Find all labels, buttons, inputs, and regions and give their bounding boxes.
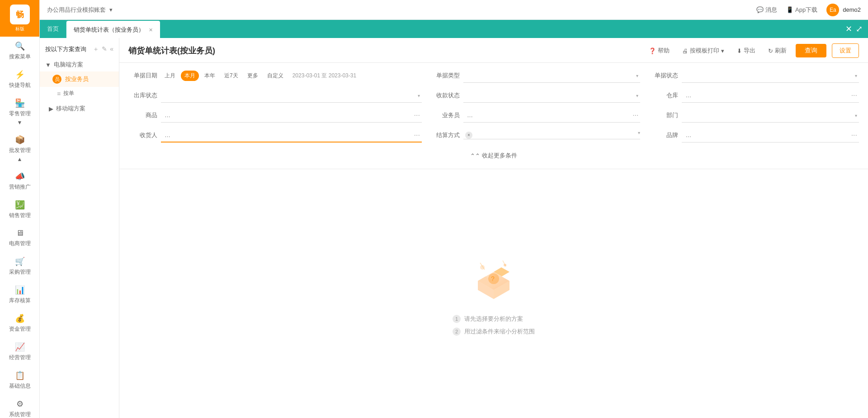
settings-button[interactable]: 设置 — [832, 43, 859, 58]
date-tab-this-year[interactable]: 本年 — [201, 71, 219, 81]
product-input[interactable] — [161, 108, 422, 123]
step1-num: 1 — [453, 315, 461, 323]
desktop-group-header[interactable]: ▼ 电脑端方案 — [40, 58, 119, 71]
template-print-label: 按模板打印 — [690, 47, 719, 55]
sidebar-quicknav[interactable]: ⚡ 快捷导航 — [0, 65, 39, 94]
tab-sales-stats[interactable]: 销货单统计表（按业务员） ✕ — [66, 21, 160, 39]
doc-type-select[interactable] — [463, 68, 641, 83]
date-tab-more[interactable]: 更多 — [244, 71, 262, 81]
department-select[interactable] — [682, 108, 859, 123]
collapse-btn[interactable]: ⌃⌃ 收起更多条件 — [467, 148, 521, 163]
date-filter: 上月 本月 本年 近7天 更多 自定义 2023-03-01 至 2023-03… — [161, 71, 422, 81]
message-icon: 💬 — [756, 6, 764, 13]
sidebar-item-purchase[interactable]: 🛒 采购管理 — [0, 252, 39, 280]
date-tab-custom[interactable]: 自定义 — [264, 71, 287, 81]
staff-label: 业务员 — [431, 111, 463, 119]
sidebar-ecommerce-label: 电商管理 — [9, 240, 31, 247]
sidebar-item-ecommerce[interactable]: 🖥 电商管理 — [0, 224, 39, 252]
tab-maximize-icon[interactable]: ⤢ — [856, 24, 863, 34]
solution-item-by-staff[interactable]: 员 按业务员 — [40, 71, 119, 87]
date-tab-last-month[interactable]: 上月 — [161, 71, 179, 81]
sidebar-item-basic[interactable]: 📋 基础信息 — [0, 366, 39, 394]
tab-home[interactable]: 首页 — [40, 20, 66, 38]
query-button[interactable]: 查询 — [796, 44, 826, 57]
by-order-label: 按单 — [63, 90, 74, 97]
payment-tag-close[interactable]: × — [465, 132, 472, 139]
export-btn[interactable]: ⬇ 导出 — [733, 45, 759, 57]
sidebar-marketing-label: 营销推广 — [9, 183, 31, 191]
staff-dots[interactable]: ··· — [631, 111, 640, 119]
help-label: 帮助 — [658, 47, 670, 55]
sidebar-operations-label: 经营管理 — [9, 354, 31, 361]
step2-text: 用过滤条件来缩小分析范围 — [464, 328, 535, 336]
collapse-btn-label: 收起更多条件 — [482, 152, 517, 160]
sidebar-item-operations[interactable]: 📈 经营管理 — [0, 337, 39, 366]
filter-row-2: 出库状态 ▾ 收款状态 ▾ — [128, 88, 859, 103]
staff-input[interactable] — [463, 108, 641, 123]
message-btn[interactable]: 💬 消息 — [756, 6, 777, 14]
date-tab-last7[interactable]: 近7天 — [221, 71, 242, 81]
breadcrumb-dropdown[interactable]: ▾ — [109, 6, 113, 13]
print-icon: 🖨 — [682, 48, 688, 54]
filter-receipt-status: 收款状态 ▾ — [431, 88, 641, 103]
page-actions: ❓ 帮助 🖨 按模板打印 ▾ ⬇ 导出 ↻ — [645, 43, 859, 58]
refresh-btn[interactable]: ↻ 刷新 — [764, 45, 790, 57]
wholesale-arrow: ▲ — [17, 156, 23, 162]
doc-status-label: 单据状态 — [649, 71, 682, 80]
warehouse-control: ··· — [682, 88, 859, 103]
brand-dots[interactable]: ··· — [849, 131, 859, 139]
receipt-status-select[interactable] — [463, 88, 641, 103]
sidebar-item-system[interactable]: ⚙ 系统管理 — [0, 394, 39, 418]
sidebar-system-label: 系统管理 — [9, 411, 31, 418]
template-print-btn[interactable]: 🖨 按模板打印 ▾ — [679, 45, 728, 57]
collapse-panel-icon[interactable]: « — [110, 45, 113, 53]
brand-input[interactable] — [682, 128, 859, 142]
sidebar-item-finance[interactable]: 💰 资金管理 — [0, 309, 39, 337]
operations-icon: 📈 — [15, 342, 25, 352]
date-tab-this-month[interactable]: 本月 — [181, 71, 199, 81]
recipient-dots[interactable]: ··· — [412, 131, 422, 139]
ship-status-select[interactable] — [161, 88, 422, 103]
filter-product: 商品 ··· — [128, 108, 422, 123]
warehouse-dots[interactable]: ··· — [849, 91, 859, 100]
date-label: 单据日期 — [128, 71, 161, 80]
mobile-group-header[interactable]: ▶ 移动端方案 — [40, 102, 119, 115]
sidebar-item-inventory[interactable]: 📊 库存核算 — [0, 280, 39, 309]
empty-step-1: 1 请先选择要分析的方案 — [453, 315, 535, 323]
doc-status-select[interactable] — [682, 68, 859, 83]
product-control: ··· — [161, 108, 422, 123]
tab-bar-actions: ✕ ⤢ — [845, 24, 868, 34]
sidebar-item-marketing[interactable]: 📣 营销推广 — [0, 167, 39, 195]
basic-icon: 📋 — [15, 370, 25, 380]
avatar: Ea — [826, 4, 839, 16]
ship-status-control: ▾ — [161, 88, 422, 103]
tab-close-icon[interactable]: ✕ — [149, 27, 153, 33]
receipt-status-control: ▾ — [463, 88, 641, 103]
warehouse-input[interactable] — [682, 88, 859, 103]
content-area: 按以下方案查询 ＋ ✎ « ▼ 电脑端方案 员 按业务员 — [40, 38, 868, 418]
app-download-btn[interactable]: 📱 App下载 — [786, 6, 817, 14]
edit-solution-icon[interactable]: ✎ — [102, 45, 107, 53]
add-solution-icon[interactable]: ＋ — [93, 45, 99, 53]
recipient-control: ··· — [161, 128, 422, 142]
step1-text: 请先选择要分析的方案 — [464, 315, 523, 323]
help-btn[interactable]: ❓ 帮助 — [645, 45, 673, 57]
sidebar-item-wholesale[interactable]: 📦 批发管理 ▲ — [0, 130, 39, 167]
sidebar-basic-label: 基础信息 — [9, 382, 31, 390]
sidebar-purchase-label: 采购管理 — [9, 268, 31, 276]
by-staff-icon: 员 — [52, 75, 61, 84]
page-header: 销货单统计表(按业务员) ❓ 帮助 🖨 按模板打印 ▾ ⬇ — [119, 38, 868, 63]
left-panel-header: 按以下方案查询 ＋ ✎ « — [40, 43, 119, 56]
sidebar-search[interactable]: 🔍 搜索菜单 — [0, 37, 39, 65]
recipient-input[interactable] — [161, 128, 422, 142]
sidebar-item-sales[interactable]: 💹 销售管理 — [0, 195, 39, 224]
sidebar-item-retail[interactable]: 🏪 零售管理 ▼ — [0, 94, 39, 130]
solution-sub-item-by-order[interactable]: ≡ 按单 — [40, 87, 119, 100]
product-dots[interactable]: ··· — [412, 111, 422, 119]
filter-area: 单据日期 上月 本月 本年 近7天 更多 自定义 — [119, 63, 868, 169]
date-range-display: 2023-03-01 至 2023-03-31 — [292, 72, 356, 80]
filter-brand: 品牌 ··· — [649, 128, 859, 142]
user-profile[interactable]: Ea demo2 — [826, 4, 861, 16]
app-download-label: App下载 — [795, 6, 817, 14]
tab-close-all-icon[interactable]: ✕ — [845, 24, 852, 34]
